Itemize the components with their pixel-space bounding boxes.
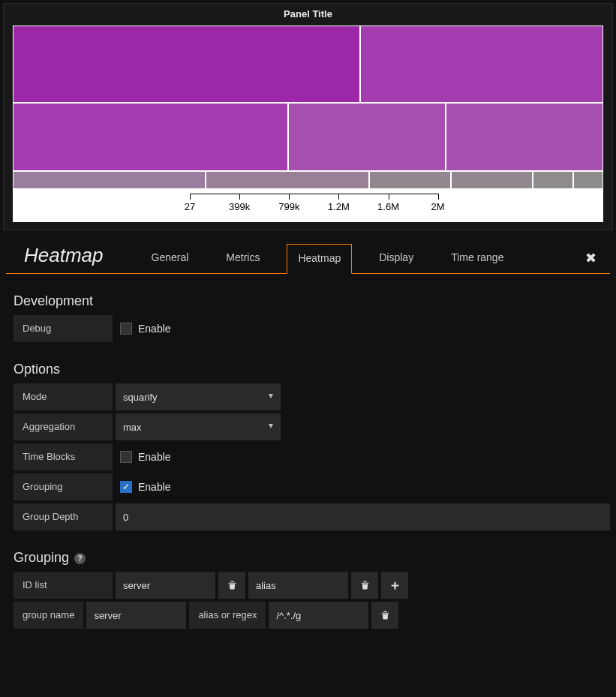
panel: Panel Title 27399k799k1.2M1.6M2M — [3, 3, 613, 230]
editor-header: Heatmap GeneralMetricsHeatmapDisplayTime… — [6, 233, 610, 274]
delete-group-button[interactable] — [371, 602, 398, 629]
treemap-cell[interactable] — [206, 171, 369, 189]
tab-heatmap[interactable]: Heatmap — [287, 244, 352, 274]
idlist-input-0[interactable] — [116, 572, 215, 599]
editor-title: Heatmap — [24, 244, 104, 267]
treemap-cell[interactable] — [573, 171, 603, 189]
grouping-label: Grouping — [14, 473, 113, 500]
debug-enable-toggle[interactable]: Enable — [116, 315, 171, 342]
editor-tabs: GeneralMetricsHeatmapDisplayTime range — [141, 244, 515, 273]
treemap-container: 27399k799k1.2M1.6M2M — [13, 26, 603, 222]
section-heading-grouping: Grouping ? — [14, 550, 610, 566]
close-icon[interactable]: ✖ — [585, 250, 596, 266]
idlist-input-1[interactable] — [248, 572, 348, 599]
help-icon[interactable]: ? — [74, 553, 86, 564]
treemap-cell[interactable] — [533, 171, 573, 189]
legend-tick-label: 399k — [229, 201, 250, 212]
timeblocks-label: Time Blocks — [14, 443, 113, 470]
grouping-heading-text: Grouping — [14, 550, 69, 565]
delete-idlist-1-button[interactable] — [351, 572, 378, 599]
checkbox-icon — [120, 323, 132, 335]
treemap-cell[interactable] — [288, 103, 446, 171]
section-heading-development: Development — [14, 293, 610, 309]
grouping-enable-label: Enable — [138, 481, 171, 493]
groupdepth-label: Group Depth — [14, 503, 113, 530]
tab-metrics[interactable]: Metrics — [215, 244, 270, 273]
trash-icon — [360, 580, 370, 590]
legend-tick-label: 2M — [431, 201, 445, 212]
legend-tick-label: 1.2M — [328, 201, 350, 212]
tab-time-range[interactable]: Time range — [440, 244, 514, 273]
aggregation-select[interactable]: max — [116, 413, 281, 440]
debug-enable-label: Enable — [138, 323, 171, 335]
treemap-cell[interactable] — [369, 171, 451, 189]
panel-editor: Heatmap GeneralMetricsHeatmapDisplayTime… — [0, 230, 616, 647]
treemap-chart — [13, 26, 603, 191]
mode-select[interactable]: squarify — [116, 383, 281, 410]
legend-tick-label: 799k — [278, 201, 299, 212]
treemap-cell[interactable] — [13, 189, 194, 191]
debug-label: Debug — [14, 315, 113, 342]
aggregation-label: Aggregation — [14, 413, 113, 440]
treemap-cell[interactable] — [331, 189, 422, 191]
alias-input[interactable] — [269, 602, 368, 629]
idlist-label: ID list — [14, 572, 113, 599]
treemap-cell[interactable] — [451, 171, 533, 189]
treemap-cell[interactable] — [557, 189, 603, 191]
treemap-cell[interactable] — [360, 26, 603, 103]
trash-icon — [227, 580, 237, 590]
plus-icon — [390, 581, 400, 590]
tab-display[interactable]: Display — [368, 244, 424, 273]
tab-general[interactable]: General — [141, 244, 200, 273]
checkbox-icon: ✓ — [120, 481, 132, 493]
treemap-cell[interactable] — [512, 189, 558, 191]
delete-idlist-0-button[interactable] — [218, 572, 245, 599]
treemap-legend-axis: 27399k799k1.2M1.6M2M — [13, 194, 603, 216]
treemap-cell[interactable] — [422, 189, 512, 191]
treemap-cell[interactable] — [13, 171, 206, 189]
timeblocks-enable-label: Enable — [138, 451, 171, 463]
legend-tick-label: 27 — [185, 201, 195, 212]
treemap-cell[interactable] — [446, 103, 603, 171]
treemap-cell[interactable] — [13, 26, 360, 103]
alias-label: alias or regex — [189, 602, 266, 629]
add-idlist-button[interactable] — [381, 572, 408, 599]
panel-title: Panel Title — [4, 4, 612, 23]
treemap-cell[interactable] — [194, 189, 331, 191]
groupname-input[interactable] — [86, 602, 186, 629]
legend-tick-label: 1.6M — [377, 201, 399, 212]
grouping-enable-toggle[interactable]: ✓ Enable — [116, 473, 171, 500]
timeblocks-enable-toggle[interactable]: Enable — [116, 443, 171, 470]
groupdepth-input[interactable] — [116, 503, 610, 530]
checkbox-icon — [120, 451, 132, 463]
mode-label: Mode — [14, 383, 113, 410]
treemap-cell[interactable] — [13, 103, 288, 171]
groupname-label: group name — [14, 602, 83, 629]
trash-icon — [380, 610, 390, 620]
section-heading-options: Options — [14, 362, 610, 377]
